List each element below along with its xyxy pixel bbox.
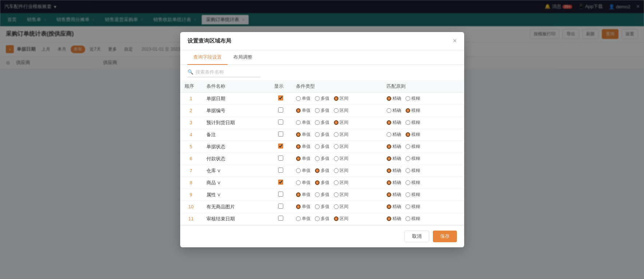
modal-tab-layout[interactable]: 布局调整: [228, 50, 258, 65]
modal-close-btn[interactable]: ×: [453, 37, 457, 45]
modal-overlay: 设置查询区域布局 × 查询字段设置 布局调整 🔍 顺序 条件名称 显示: [0, 0, 644, 69]
modal-header: 设置查询区域布局 ×: [180, 32, 464, 50]
modal-title: 设置查询区域布局: [187, 38, 231, 44]
modal-tab-fields[interactable]: 查询字段设置: [187, 50, 228, 65]
modal: 设置查询区域布局 × 查询字段设置 布局调整 🔍 顺序 条件名称 显示: [180, 32, 464, 70]
search-box: 🔍: [187, 69, 260, 70]
search-icon: 🔍: [187, 69, 193, 70]
modal-tabs: 查询字段设置 布局调整: [180, 50, 464, 65]
modal-search: 🔍: [180, 65, 464, 70]
search-input[interactable]: [195, 69, 254, 70]
